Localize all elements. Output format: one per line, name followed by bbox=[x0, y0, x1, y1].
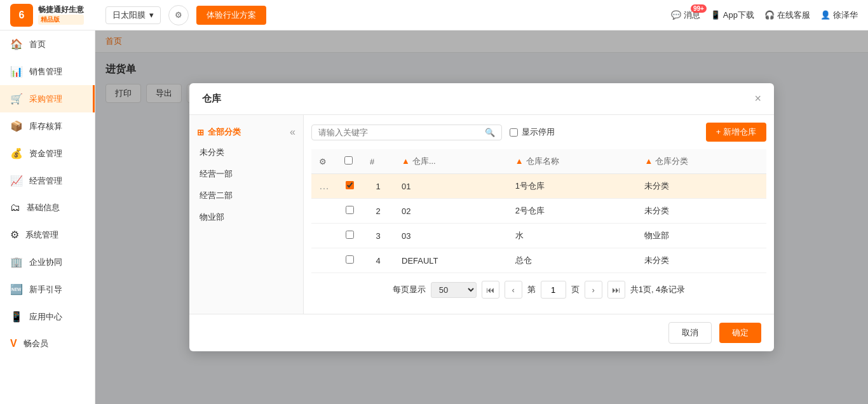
confirm-button[interactable]: 确定 bbox=[719, 323, 761, 343]
row-actions-4 bbox=[311, 248, 337, 273]
search-box: 🔍 bbox=[311, 125, 502, 140]
select-all-checkbox[interactable] bbox=[344, 156, 353, 165]
per-page-label: 每页显示 bbox=[393, 284, 426, 295]
row-checkbox[interactable] bbox=[346, 206, 354, 214]
modal-body: ⊞ 全部分类 « 未分类 经营一部 经营二部 物业部 bbox=[189, 115, 774, 314]
store-selector[interactable]: 日太阳膜 ▾ bbox=[105, 6, 161, 24]
sidebar: 🏠 首页 📊 销售管理 🛒 采购管理 📦 库存核算 💰 资金管理 📈 经营管理 … bbox=[0, 30, 95, 404]
sidebar-item-operation[interactable]: 📈 经营管理 bbox=[0, 167, 95, 194]
sidebar-item-sales[interactable]: 📊 销售管理 bbox=[0, 58, 95, 85]
category-all-label: 全部分类 bbox=[208, 126, 241, 138]
next-page-icon: › bbox=[592, 285, 594, 295]
category-all[interactable]: ⊞ 全部分类 bbox=[197, 126, 241, 138]
th-code: ▲仓库... bbox=[394, 149, 508, 174]
enterprise-icon: 🏢 bbox=[10, 256, 23, 268]
guide-icon: 🆕 bbox=[10, 283, 23, 295]
row-checkbox-2 bbox=[337, 199, 362, 224]
table-row[interactable]: 3 03 水 物业部 bbox=[311, 224, 766, 248]
sidebar-item-guide[interactable]: 🆕 新手引导 bbox=[0, 276, 95, 303]
row-actions-3 bbox=[311, 224, 337, 248]
row-checkbox-4 bbox=[337, 248, 362, 273]
header-center: 日太阳膜 ▾ ⚙ 体验行业方案 bbox=[105, 5, 671, 25]
sidebar-item-finance[interactable]: 💰 资金管理 bbox=[0, 140, 95, 167]
sidebar-item-app-center[interactable]: 📱 应用中心 bbox=[0, 303, 95, 330]
message-button[interactable]: 💬 消息 99+ bbox=[671, 10, 700, 21]
row-checkbox[interactable] bbox=[346, 231, 354, 239]
basic-icon: 🗂 bbox=[10, 202, 20, 213]
store-name: 日太阳膜 bbox=[112, 10, 146, 21]
row-name-3: 水 bbox=[508, 224, 637, 248]
show-disabled-toggle[interactable]: 显示停用 bbox=[510, 126, 555, 138]
member-icon: V bbox=[10, 338, 17, 349]
logo-text: 畅捷通好生意 bbox=[38, 5, 84, 14]
new-warehouse-button[interactable]: + 新增仓库 bbox=[706, 123, 766, 142]
trial-button[interactable]: 体验行业方案 bbox=[196, 6, 266, 25]
modal-footer: 取消 确定 bbox=[189, 314, 774, 351]
cancel-button[interactable]: 取消 bbox=[668, 322, 712, 344]
collapse-button[interactable]: « bbox=[290, 126, 295, 138]
settings-button[interactable]: ⚙ bbox=[168, 5, 189, 25]
sidebar-label-enterprise: 企业协同 bbox=[29, 257, 62, 268]
main-content: 首页 进货单 打印 导出 刷新 查询 设置 仓库 × bbox=[95, 30, 868, 404]
avatar-icon: 👤 bbox=[820, 10, 831, 20]
modal-overlay: 仓库 × ⊞ 全部分类 « 未分类 bbox=[95, 30, 868, 404]
table-header-row: ⚙ # ▲仓库... ▲仓库名称 ▲仓库分类 bbox=[311, 149, 766, 174]
sidebar-label-finance: 资金管理 bbox=[29, 148, 62, 159]
row-name-4: 总仓 bbox=[508, 248, 637, 273]
row-checkbox[interactable] bbox=[346, 181, 354, 189]
table-row[interactable]: 4 DEFAULT 总仓 未分类 bbox=[311, 248, 766, 273]
row-category-4: 未分类 bbox=[637, 248, 766, 273]
search-input[interactable] bbox=[318, 128, 480, 137]
total-records: 共1页, 4条记录 bbox=[630, 284, 686, 295]
sidebar-item-basic[interactable]: 🗂 基础信息 bbox=[0, 194, 95, 221]
app-download-button[interactable]: 📱 App下载 bbox=[710, 10, 754, 21]
th-category: ▲仓库分类 bbox=[637, 149, 766, 174]
table-head: ⚙ # ▲仓库... ▲仓库名称 ▲仓库分类 bbox=[311, 149, 766, 174]
warehouse-modal: 仓库 × ⊞ 全部分类 « 未分类 bbox=[189, 83, 774, 351]
row-name-1: 1号仓库 bbox=[508, 174, 637, 199]
sidebar-item-home[interactable]: 🏠 首页 bbox=[0, 30, 95, 58]
last-page-icon: ⏭ bbox=[612, 285, 620, 295]
category-item-dept2[interactable]: 经营二部 bbox=[189, 185, 303, 206]
headset-icon: 🎧 bbox=[764, 10, 775, 20]
sidebar-label-basic: 基础信息 bbox=[27, 202, 60, 213]
table-row[interactable]: 2 02 2号仓库 未分类 bbox=[311, 199, 766, 224]
sidebar-label-purchase: 采购管理 bbox=[29, 93, 62, 105]
table-body: … 1 01 1号仓库 未分类 bbox=[311, 174, 766, 273]
row-num-3: 3 bbox=[362, 224, 394, 248]
message-badge: 99+ bbox=[691, 4, 707, 13]
first-page-button[interactable]: ⏮ bbox=[482, 281, 499, 299]
sidebar-item-system[interactable]: ⚙ 系统管理 bbox=[0, 221, 95, 248]
home-icon: 🏠 bbox=[10, 38, 23, 50]
user-profile-button[interactable]: 👤 徐泽华 bbox=[820, 10, 858, 21]
sidebar-item-purchase[interactable]: 🛒 采购管理 bbox=[0, 85, 95, 112]
show-disabled-checkbox[interactable] bbox=[510, 128, 518, 137]
inventory-icon: 📦 bbox=[10, 120, 23, 132]
modal-title: 仓库 bbox=[202, 93, 221, 105]
app-body: 🏠 首页 📊 销售管理 🛒 采购管理 📦 库存核算 💰 资金管理 📈 经营管理 … bbox=[0, 30, 868, 404]
prev-page-icon: ‹ bbox=[512, 285, 514, 295]
sidebar-label-inventory: 库存核算 bbox=[29, 121, 62, 132]
online-service-button[interactable]: 🎧 在线客服 bbox=[764, 10, 810, 21]
modal-close-button[interactable]: × bbox=[754, 92, 761, 105]
page-label: 第 bbox=[527, 284, 536, 295]
finance-icon: 💰 bbox=[10, 147, 23, 159]
category-item-property[interactable]: 物业部 bbox=[189, 206, 303, 228]
sidebar-item-inventory[interactable]: 📦 库存核算 bbox=[0, 112, 95, 140]
table-toolbar: 🔍 显示停用 + 新增仓库 bbox=[311, 123, 766, 142]
last-page-button[interactable]: ⏭ bbox=[607, 281, 625, 299]
logo-area: 6 畅捷通好生意 精品版 bbox=[10, 4, 105, 27]
row-actions-2 bbox=[311, 199, 337, 224]
per-page-select[interactable]: 50 100 200 bbox=[431, 282, 477, 298]
page-number-input[interactable] bbox=[541, 281, 566, 299]
table-container: ⚙ # ▲仓库... ▲仓库名称 ▲仓库分类 bbox=[311, 149, 766, 273]
sidebar-item-member[interactable]: V 畅会员 bbox=[0, 330, 95, 357]
row-checkbox[interactable] bbox=[346, 255, 354, 264]
category-item-unclassified[interactable]: 未分类 bbox=[189, 142, 303, 163]
table-row[interactable]: … 1 01 1号仓库 未分类 bbox=[311, 174, 766, 199]
next-page-button[interactable]: › bbox=[585, 281, 602, 299]
chevron-down-icon: ▾ bbox=[149, 10, 154, 20]
prev-page-button[interactable]: ‹ bbox=[505, 281, 522, 299]
category-item-dept1[interactable]: 经营一部 bbox=[189, 163, 303, 185]
sidebar-item-enterprise[interactable]: 🏢 企业协同 bbox=[0, 248, 95, 276]
